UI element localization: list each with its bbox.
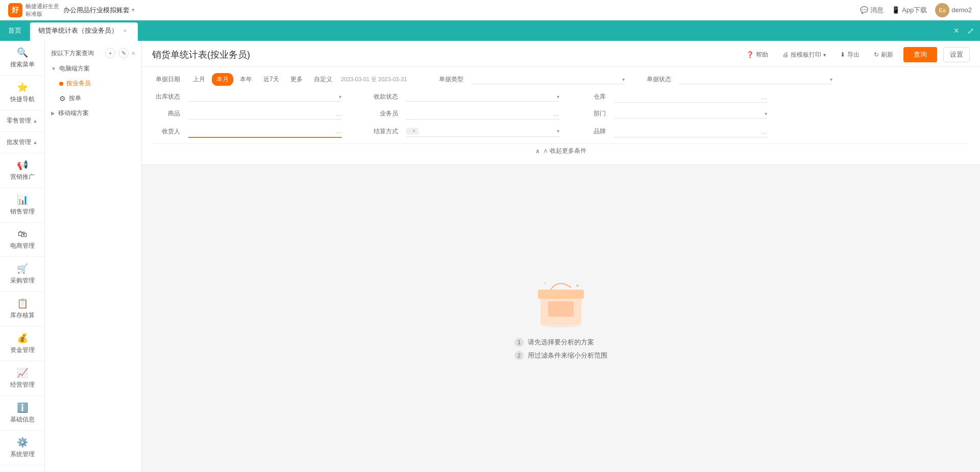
tree-item-mobile-plan[interactable]: ▶ 移动端方案: [45, 106, 141, 121]
last-7-days-btn[interactable]: 近7天: [259, 73, 284, 86]
empty-state: ✦ ✦ 1 请先选择要分析的方案 2 用过滤条件来缩小分析范围: [142, 165, 980, 472]
top-bar: 好 畅捷通好生意 标准版 办公用品行业模拟账套 ▾ 💬 消息 📱 App下载 E…: [0, 0, 980, 20]
warehouse-select[interactable]: ...: [614, 91, 767, 103]
doc-type-select[interactable]: ▾: [472, 75, 625, 84]
collapse-up-icon: ∧: [535, 148, 540, 155]
sidebar-item-enterprise[interactable]: 🤝 企业协同: [0, 465, 44, 472]
sidebar-item-inventory[interactable]: 📋 库存核算: [0, 292, 44, 326]
sidebar-item-quick-nav[interactable]: ⭐ 快捷导航: [0, 76, 44, 110]
sidebar-item-finance[interactable]: 💰 资金管理: [0, 326, 44, 361]
sidebar-item-search[interactable]: 🔍 搜索菜单: [0, 41, 44, 76]
collapse-more-button[interactable]: ∧ ∧ 收起更多条件: [152, 143, 970, 158]
custom-btn[interactable]: 自定义: [309, 73, 337, 86]
receiver-label: 收货人: [152, 127, 180, 136]
more-btn[interactable]: 更多: [286, 73, 307, 86]
settings-button[interactable]: 设置: [943, 47, 970, 62]
filter-row-1: 单据日期 上月 本月 本年 近7天 更多 自定义 2023-03-01 至 20…: [152, 73, 970, 86]
warehouse-dots-icon: ...: [761, 92, 767, 101]
export-button[interactable]: ⬇ 导出: [836, 49, 864, 61]
empty-text-area: 1 请先选择要分析的方案 2 用过滤条件来缩小分析范围: [514, 338, 607, 364]
sidebar-item-sales[interactable]: 📊 销售管理: [0, 188, 44, 223]
settlement-tag: ×: [406, 128, 419, 135]
tree-item-pc-plan[interactable]: ▼ 电脑端方案: [45, 61, 141, 76]
brand-select[interactable]: ...: [614, 126, 767, 137]
sidebar-item-retail[interactable]: 零售管理 ▲: [0, 110, 44, 132]
settlement-select[interactable]: × ▾: [406, 126, 559, 137]
salesperson-label: 业务员: [370, 109, 398, 118]
department-select[interactable]: ▾: [614, 109, 767, 119]
avatar: Ea: [935, 3, 949, 17]
out-status-label: 出库状态: [152, 92, 180, 101]
active-dot-icon: [59, 82, 63, 86]
date-picker: 上月 本月 本年 近7天 更多 自定义 2023-03-01 至 2023-03…: [188, 73, 407, 86]
doc-status-arrow-icon: ▾: [830, 77, 832, 82]
receipt-status-arrow-icon: ▾: [557, 94, 559, 100]
window-maximize-button[interactable]: ⤢: [965, 24, 976, 38]
message-button[interactable]: 💬 消息: [860, 6, 884, 15]
finance-icon: 💰: [17, 333, 28, 344]
filter-row-4: 收货人 ... 结算方式 × ▾ 品牌: [152, 125, 970, 138]
settlement-tag-close-icon[interactable]: ×: [412, 128, 415, 134]
svg-rect-5: [548, 301, 574, 317]
purchase-icon: 🛒: [17, 263, 28, 274]
tree-right-arrow-icon: ▶: [51, 110, 55, 116]
receiver-input[interactable]: ...: [188, 125, 341, 138]
this-year-btn[interactable]: 本年: [235, 73, 257, 86]
query-button[interactable]: 查询: [903, 47, 937, 62]
sidebar-item-marketing[interactable]: 📢 营销推广: [0, 153, 44, 188]
star-icon: ⭐: [17, 82, 28, 93]
message-icon: 💬: [860, 6, 868, 14]
help-button[interactable]: ❓ 帮助: [742, 49, 772, 61]
collapse-panel-button[interactable]: «: [132, 50, 135, 57]
empty-step-1: 1 请先选择要分析的方案: [514, 338, 607, 347]
goods-label: 商品: [152, 109, 180, 118]
app-download-button[interactable]: 📱 App下载: [892, 6, 927, 15]
chevron-down-icon: ▲: [33, 118, 38, 124]
sidebar-item-wholesale[interactable]: 批发管理 ▲: [0, 132, 44, 153]
sidebar-item-basic[interactable]: ℹ️ 基础信息: [0, 396, 44, 431]
tree-item-by-order[interactable]: ⚙ 按单: [45, 91, 141, 106]
user-menu[interactable]: Ea demo2: [935, 3, 972, 17]
goods-select[interactable]: ...: [188, 108, 341, 120]
breadcrumb-arrow-icon: ▾: [132, 7, 135, 13]
main-layout: 🔍 搜索菜单 ⭐ 快捷导航 零售管理 ▲ 批发管理 ▲ 📢 营销推广 📊 销售管…: [0, 41, 980, 472]
sidebar-item-purchase[interactable]: 🛒 采购管理: [0, 257, 44, 292]
receiver-dots-icon: ...: [335, 127, 341, 135]
out-status-select[interactable]: ▾: [188, 92, 341, 102]
doc-type-arrow-icon: ▾: [622, 77, 625, 82]
last-month-btn[interactable]: 上月: [188, 73, 210, 86]
out-status-arrow-icon: ▾: [339, 94, 341, 100]
logo-area: 好 畅捷通好生意 标准版: [8, 3, 59, 17]
doc-status-select[interactable]: ▾: [679, 75, 832, 84]
tab-active[interactable]: 销货单统计表（按业务员） ×: [30, 22, 138, 41]
breadcrumb[interactable]: 办公用品行业模拟账套 ▾: [63, 6, 135, 15]
date-range-text: 2023-03-01 至 2023-03-31: [341, 76, 407, 83]
warehouse-label: 仓库: [578, 92, 606, 101]
left-panel-actions: + ✎ «: [105, 48, 135, 58]
sidebar-item-operations[interactable]: 📈 经营管理: [0, 361, 44, 396]
add-plan-button[interactable]: +: [105, 48, 115, 58]
tab-home[interactable]: 首页: [0, 20, 30, 41]
goods-dots-icon: ...: [335, 109, 341, 117]
salesperson-select[interactable]: ...: [406, 108, 559, 120]
refresh-button[interactable]: ↻ 刷新: [870, 49, 897, 61]
operations-icon: 📈: [17, 367, 28, 379]
settlement-arrow-icon: ▾: [557, 128, 559, 134]
marketing-icon: 📢: [17, 159, 28, 171]
sidebar-item-system[interactable]: ⚙️ 系统管理: [0, 431, 44, 465]
window-close-button[interactable]: ×: [951, 23, 961, 38]
receipt-status-select[interactable]: ▾: [406, 92, 559, 102]
help-icon: ❓: [746, 51, 754, 58]
svg-rect-2: [538, 290, 584, 299]
tab-close-icon[interactable]: ×: [121, 27, 129, 35]
empty-svg: ✦ ✦: [530, 273, 592, 329]
receiver-text-input[interactable]: [188, 126, 335, 135]
print-button[interactable]: 🖨 按模板打印 ▾: [778, 49, 830, 61]
edit-plan-button[interactable]: ✎: [118, 48, 129, 58]
filter-area: 单据日期 上月 本月 本年 近7天 更多 自定义 2023-03-01 至 20…: [142, 67, 980, 165]
this-month-btn[interactable]: 本月: [212, 73, 233, 86]
sidebar-item-ecommerce[interactable]: 🛍 电商管理: [0, 223, 44, 257]
tree-item-by-salesperson[interactable]: 按业务员: [45, 76, 141, 91]
receipt-status-label: 收款状态: [370, 92, 398, 101]
filter-row-3: 商品 ... 业务员 ... 部门 ▾: [152, 108, 970, 120]
